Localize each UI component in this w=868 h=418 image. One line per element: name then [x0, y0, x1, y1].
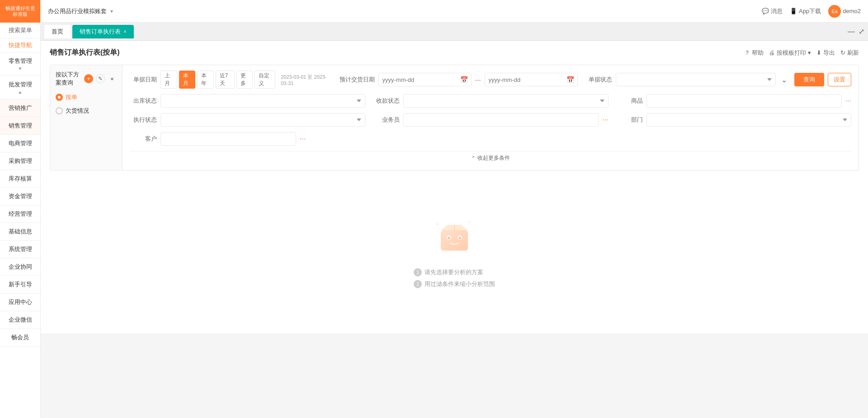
- date-tag-7days[interactable]: 近7天: [216, 71, 235, 89]
- product-input[interactable]: [646, 94, 842, 108]
- filter-add-icon[interactable]: +: [84, 74, 93, 83]
- customer-dots-icon[interactable]: ···: [300, 135, 306, 143]
- page-inner: 销售订单执行表(按单) ？ 帮助 🖨 按模板打印 ▾ ⬇ 导出: [41, 41, 868, 333]
- marketing-label: 营销推广: [9, 104, 32, 112]
- sidebar-item-basic[interactable]: 基础信息: [0, 223, 40, 241]
- refresh-label: 刷新: [847, 49, 859, 57]
- print-dropdown-icon[interactable]: ▾: [808, 49, 811, 56]
- payment-status-select[interactable]: [403, 94, 608, 108]
- product-dots-icon[interactable]: ···: [845, 97, 851, 105]
- svg-text:✦: ✦: [468, 220, 471, 224]
- action-refresh[interactable]: ↻ 刷新: [840, 49, 859, 57]
- topbar-app-download[interactable]: 📱 App下载: [790, 7, 821, 15]
- salesperson-dots-icon[interactable]: ···: [602, 116, 608, 124]
- sidebar-item-finance[interactable]: 资金管理: [0, 188, 40, 205]
- payment-status-label: 收款状态: [373, 97, 400, 105]
- sidebar-item-ecommerce[interactable]: 电商管理: [0, 135, 40, 152]
- date-tag-thismonth[interactable]: 本月: [179, 71, 196, 89]
- sidebar-item-wholesale[interactable]: 批发管理 ▲: [0, 76, 40, 100]
- sidebar-item-inventory[interactable]: 库存核算: [0, 170, 40, 188]
- date-tag-thisyear[interactable]: 本年: [197, 71, 214, 89]
- collapse-bar-text: ⌃ 收起更多条件: [130, 154, 851, 162]
- help-label: 帮助: [752, 49, 764, 57]
- svg-text:✦: ✦: [435, 222, 439, 227]
- tab-close-icon[interactable]: ×: [123, 28, 127, 35]
- corpwechat-label: 企业微信: [9, 316, 32, 324]
- empty-tip-2-num: 2: [414, 280, 422, 288]
- filter-dot-gray: [56, 107, 63, 114]
- date-tag-lastmonth[interactable]: 上月: [160, 71, 177, 89]
- exec-status-select[interactable]: [160, 113, 365, 127]
- avatar: Ea: [828, 5, 841, 18]
- tab-expand-area: — ⤢: [848, 27, 864, 36]
- empty-state: ✦ ✦ ✦ 1 请先选择要分析的方案 2 用过滤条件来缩小分析范围: [50, 176, 859, 326]
- query-button[interactable]: 查询: [794, 73, 824, 86]
- sidebar-item-appcenter[interactable]: 应用中心: [0, 294, 40, 311]
- delivery-status-select[interactable]: [160, 94, 365, 108]
- filter-item-single[interactable]: 按单: [50, 90, 122, 104]
- salesperson-input[interactable]: [403, 113, 599, 127]
- date-end-input[interactable]: [485, 73, 578, 86]
- filter-item-shortage[interactable]: 欠货情况: [50, 104, 122, 118]
- sidebar-item-vip[interactable]: 畅会员: [0, 329, 40, 347]
- sidebar-item-corpwechat[interactable]: 企业微信: [0, 311, 40, 329]
- date-tag-more[interactable]: 更多: [236, 71, 253, 89]
- sidebar-item-search[interactable]: 搜索菜单: [0, 23, 40, 38]
- sidebar-item-quicknav[interactable]: 快捷导航: [0, 38, 40, 52]
- empty-icon: ✦ ✦ ✦: [432, 212, 477, 257]
- filter-dot-filled: [56, 94, 63, 101]
- sidebar: 畅捷通好生意 标准版 搜索菜单 快捷导航 零售管理 ▼ 批发管理 ▲ 营销推广 …: [0, 0, 41, 418]
- tab-home[interactable]: 首页: [44, 25, 71, 38]
- product-label: 商品: [616, 97, 643, 105]
- empty-tip-1-num: 1: [414, 268, 422, 276]
- exec-status-label: 执行状态: [130, 116, 157, 124]
- topbar-message[interactable]: 💬 消息: [762, 7, 783, 15]
- sidebar-item-purchase[interactable]: 采购管理: [0, 152, 40, 170]
- tab-maximize-icon[interactable]: ⤢: [859, 27, 864, 36]
- date-tag-custom[interactable]: 自定义: [255, 71, 275, 89]
- filter-sidebar-header: 按以下方案查询 + ✎ «: [50, 71, 122, 90]
- edit-icon: ✎: [98, 76, 103, 82]
- dept-label: 部门: [616, 116, 643, 124]
- sidebar-item-enterprise[interactable]: 企业协同: [0, 258, 40, 276]
- help-icon: ？: [744, 49, 750, 57]
- filter-field-expected-date: 预计交货日期 📅 — 📅: [340, 73, 578, 86]
- tab-sales-order[interactable]: 销售订单执行表 ×: [72, 25, 134, 38]
- setting-button[interactable]: 设置: [828, 73, 851, 86]
- retail-label: 零售管理: [9, 57, 32, 65]
- sidebar-item-retail[interactable]: 零售管理 ▼: [0, 52, 40, 76]
- print-label: 按模板打印: [777, 49, 806, 57]
- order-status-chevron-icon[interactable]: ⌄: [781, 76, 787, 84]
- sidebar-item-newuser[interactable]: 新手引导: [0, 276, 40, 294]
- customer-input[interactable]: [160, 132, 296, 146]
- collapse-bar[interactable]: ⌃ 收起更多条件: [130, 151, 851, 165]
- filter-collapse-icon[interactable]: «: [108, 74, 117, 83]
- filter-sidebar: 按以下方案查询 + ✎ «: [50, 65, 123, 170]
- date-dash: —: [475, 76, 481, 83]
- order-status-select[interactable]: [616, 73, 776, 86]
- print-icon: 🖨: [769, 49, 775, 56]
- finance-label: 资金管理: [9, 192, 32, 200]
- search-label: 搜索菜单: [9, 27, 32, 33]
- filter-row-4: 客户 ···: [130, 132, 851, 146]
- empty-tip-1-text: 请先选择要分析的方案: [425, 266, 483, 278]
- filter-field-product: 商品 ···: [616, 94, 851, 108]
- sidebar-item-marketing[interactable]: 营销推广: [0, 100, 40, 117]
- appcenter-label: 应用中心: [9, 298, 32, 306]
- breadcrumb-dropdown-icon[interactable]: ▾: [110, 8, 113, 14]
- date-start-input[interactable]: [378, 73, 472, 86]
- ecommerce-label: 电商管理: [9, 139, 32, 147]
- topbar-user[interactable]: Ea demo2: [828, 5, 861, 18]
- sidebar-item-system[interactable]: 系统管理: [0, 241, 40, 258]
- topbar-left: 办公用品行业模拟账套 ▾: [48, 7, 113, 15]
- sidebar-item-operation[interactable]: 经营管理: [0, 205, 40, 223]
- filter-area: 按以下方案查询 + ✎ «: [50, 65, 859, 171]
- sidebar-item-sales[interactable]: 销售管理: [0, 117, 40, 135]
- action-help[interactable]: ？ 帮助: [744, 49, 764, 57]
- action-print[interactable]: 🖨 按模板打印 ▾: [769, 49, 811, 57]
- dept-select[interactable]: [646, 113, 851, 127]
- retail-arrow-icon: ▼: [18, 66, 23, 71]
- filter-edit-icon[interactable]: ✎: [96, 74, 105, 83]
- action-export[interactable]: ⬇ 导出: [816, 49, 835, 57]
- tab-minimize-icon[interactable]: —: [848, 28, 855, 36]
